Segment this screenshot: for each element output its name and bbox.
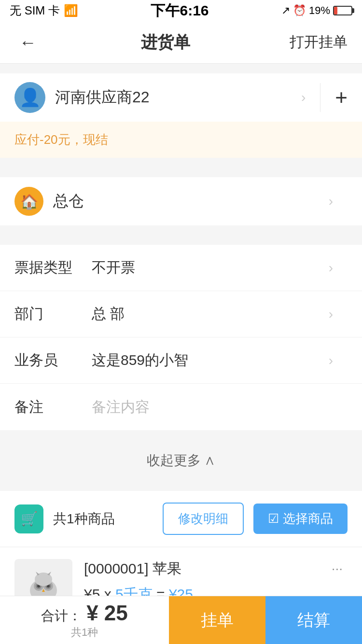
salesperson-row[interactable]: 业务员 这是859的小智 ›	[0, 337, 362, 384]
notice-banner: 应付-20元，现结	[0, 122, 362, 158]
warehouse-icon: 🏠	[20, 193, 38, 210]
department-value: 总 部	[82, 304, 329, 324]
total-sub: 共1种	[71, 625, 98, 640]
checkout-button[interactable]: 结算	[265, 596, 362, 644]
status-bar: 无 SIM 卡 📶 下午6:16 ↗ ⏰ 19%	[0, 0, 362, 21]
department-label: 部门	[14, 304, 82, 324]
section-divider-1	[0, 64, 362, 73]
department-row[interactable]: 部门 总 部 ›	[0, 291, 362, 337]
select-product-button[interactable]: ☑ 选择商品	[253, 504, 348, 534]
cart-icon: 🛒	[21, 511, 38, 527]
status-left: 无 SIM 卡 📶	[10, 3, 78, 18]
select-product-icon: ☑	[268, 511, 279, 526]
vertical-divider	[320, 83, 320, 112]
bottom-bar: 合计： ¥ 25 共1种 挂单 结算	[0, 596, 362, 644]
wifi-icon: 📶	[64, 4, 78, 17]
total-label: 合计：	[41, 607, 82, 625]
nav-bar: ← 进货单 打开挂单	[0, 21, 362, 64]
status-right: ↗ ⏰ 19%	[281, 4, 352, 17]
warehouse-name: 总仓	[53, 191, 329, 212]
warehouse-icon-wrap: 🏠	[14, 187, 43, 216]
location-icon: ↗	[281, 4, 290, 17]
section-divider-3	[0, 225, 362, 235]
warehouse-section[interactable]: 🏠 总仓 ›	[0, 177, 362, 225]
collapse-text: 收起更多 ∧	[147, 453, 216, 468]
product-cart-icon-wrap: 🛒	[14, 504, 43, 533]
notice-text: 应付-20元，现结	[14, 132, 108, 147]
salesperson-chevron-icon: ›	[329, 353, 333, 368]
product-title: 苹果	[153, 560, 181, 576]
form-section: 票据类型 不开票 › 部门 总 部 › 业务员 这是859的小智 › 备注 备注…	[0, 245, 362, 430]
remark-value: 备注内容	[82, 397, 348, 417]
product-code: [0000001]	[84, 560, 153, 576]
product-name: [0000001] 苹果	[84, 559, 315, 579]
add-supplier-button[interactable]: +	[335, 85, 348, 110]
remark-row[interactable]: 备注 备注内容	[0, 384, 362, 430]
supplier-section[interactable]: 👤 河南供应商22 › +	[0, 73, 362, 122]
product-count: 共1种商品	[53, 510, 153, 528]
open-hang-button[interactable]: 打开挂单	[290, 32, 348, 52]
carrier-text: 无 SIM 卡	[10, 3, 60, 18]
total-amount: ¥ 25	[86, 601, 128, 625]
invoice-type-value: 不开票	[82, 258, 329, 278]
products-header: 🛒 共1种商品 修改明细 ☑ 选择商品	[0, 491, 362, 546]
supplier-name: 河南供应商22	[55, 87, 301, 108]
battery-icon	[333, 6, 352, 15]
department-chevron-icon: ›	[329, 307, 333, 322]
status-time: 下午6:16	[151, 1, 209, 21]
page-title: 进货单	[141, 31, 190, 54]
collapse-button[interactable]: 收起更多 ∧	[0, 440, 362, 481]
select-product-label: 选择商品	[283, 510, 333, 527]
warehouse-chevron-icon: ›	[329, 194, 333, 209]
back-button[interactable]: ←	[14, 28, 42, 57]
edit-detail-button[interactable]: 修改明细	[163, 503, 244, 535]
invoice-chevron-icon: ›	[329, 260, 333, 276]
invoice-type-row[interactable]: 票据类型 不开票 ›	[0, 245, 362, 291]
alarm-icon: ⏰	[293, 4, 306, 17]
invoice-type-label: 票据类型	[14, 258, 82, 278]
remark-label: 备注	[14, 397, 82, 417]
supplier-chevron-icon: ›	[301, 90, 306, 105]
total-section: 合计： ¥ 25 共1种	[0, 596, 169, 644]
total-row: 合计： ¥ 25	[41, 601, 128, 625]
person-icon: 👤	[19, 87, 41, 108]
more-options-button[interactable]: ···	[327, 559, 348, 578]
supplier-avatar: 👤	[14, 82, 45, 113]
battery-text: 19%	[309, 4, 330, 17]
hang-order-button[interactable]: 挂单	[169, 596, 265, 644]
salesperson-label: 业务员	[14, 350, 82, 370]
section-divider-2	[0, 158, 362, 168]
salesperson-value: 这是859的小智	[82, 350, 329, 370]
